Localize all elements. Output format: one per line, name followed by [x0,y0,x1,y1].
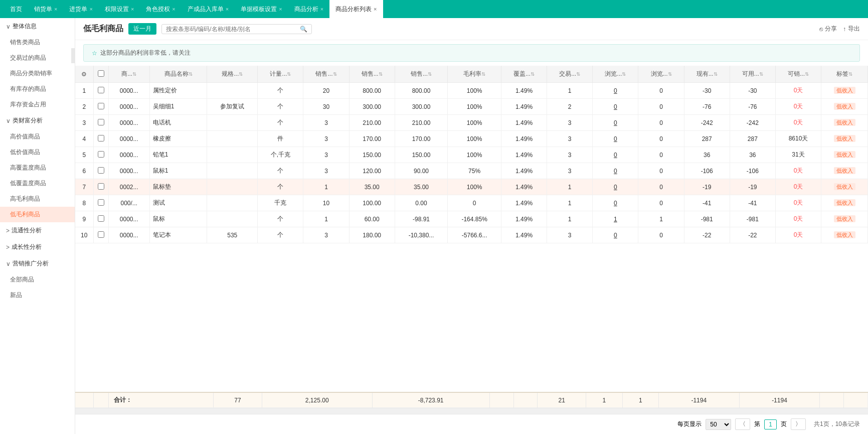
nav-item-goods-analysis[interactable]: 商品分析 × [288,0,329,18]
row-tag: 低收入 [821,131,868,147]
row-spec [207,83,258,99]
row-checkbox[interactable] [98,103,104,109]
nav-item-home[interactable]: 首页 [4,0,28,18]
close-icon[interactable]: × [54,6,57,12]
col-coverage[interactable]: 覆盖...⇅ [501,66,547,83]
row-checkbox[interactable] [98,215,104,222]
nav-item-role[interactable]: 角色授权 × [140,0,181,18]
sidebar-item-high-coverage[interactable]: 高覆盖度商品 [0,160,75,176]
sidebar-group-wealth[interactable]: ∨ 类财富分析 [0,112,75,129]
row-sales-price: 150.00 [349,147,395,163]
row-sales-price: 300.00 [349,99,395,115]
row-checkbox[interactable] [98,167,104,174]
row-sales-qty: 1 [303,211,349,227]
select-all-checkbox[interactable] [98,70,104,77]
col-browse2[interactable]: 浏览...⇅ [638,66,684,83]
table-row: 3 0000... 电话机 个 3 210.00 210.00 100% 1.4… [75,115,868,131]
horizontal-scrollbar[interactable] [75,408,868,414]
row-saleable: 8610天 [775,131,821,147]
footer-transaction: 21 [538,393,586,408]
sidebar-item-low-value[interactable]: 低价值商品 [0,144,75,160]
nav-item-template[interactable]: 单据模板设置 × [235,0,288,18]
row-unit: 千克 [258,195,303,211]
sidebar-item-sales-goods[interactable]: 销售类商品 [0,35,75,50]
row-available: -19 [730,179,775,195]
export-button[interactable]: ↑ 导出 [843,25,860,33]
sidebar-group-marketing[interactable]: ∨ 营销推广分析 [0,255,75,272]
nav-item-sales[interactable]: 销货单 × [28,0,63,18]
col-name[interactable]: 商品名称⇅ [149,66,207,83]
sidebar-item-traded-goods[interactable]: 交易过的商品 [0,50,75,66]
close-icon[interactable]: × [172,6,175,12]
col-unit[interactable]: 计量...⇅ [258,66,303,83]
close-icon[interactable]: × [131,6,134,12]
row-checkbox-cell[interactable] [93,83,108,99]
next-page-button[interactable]: 〉 [791,418,806,430]
col-sales-price[interactable]: 销售...⇅ [349,66,395,83]
row-checkbox-cell[interactable] [93,211,108,227]
row-checkbox[interactable] [98,151,104,158]
col-checkbox[interactable] [93,66,108,83]
search-icon[interactable]: 🔍 [300,26,307,33]
sidebar-item-low-margin[interactable]: 低毛利商品 [0,207,75,222]
row-checkbox-cell[interactable] [93,179,108,195]
col-current-stock[interactable]: 现有...⇅ [684,66,730,83]
search-input[interactable] [166,26,300,33]
col-sales-amount[interactable]: 销售...⇅ [395,66,448,83]
nav-item-product-inbound[interactable]: 产成品入库单 × [182,0,235,18]
row-checkbox[interactable] [98,119,104,125]
col-transaction[interactable]: 交易...⇅ [547,66,593,83]
close-icon[interactable]: × [374,6,377,12]
sidebar-collapse-btn[interactable]: 《 [71,48,75,63]
sidebar-item-high-margin[interactable]: 高毛利商品 [0,191,75,207]
row-checkbox[interactable] [98,87,104,93]
col-saleable[interactable]: 可销...⇅ [775,66,821,83]
sidebar-item-all-goods[interactable]: 全部商品 [0,272,75,287]
prev-page-button[interactable]: 〈 [735,418,750,430]
nav-item-purchase[interactable]: 进货单 × [63,0,98,18]
row-browse1: 0 [593,83,638,99]
share-button[interactable]: ⎋ 分享 [819,25,837,33]
table-header-row: ⚙ 商...⇅ 商品名称⇅ 规格...⇅ 计量...⇅ 销售...⇅ 销售...… [75,66,868,83]
row-checkbox[interactable] [98,183,104,190]
col-browse1[interactable]: 浏览...⇅ [593,66,638,83]
sidebar-item-high-value[interactable]: 高价值商品 [0,129,75,144]
nav-item-goods-analysis-list[interactable]: 商品分析列表 × [329,0,383,18]
row-checkbox-cell[interactable] [93,227,108,243]
sidebar-group-circulation[interactable]: > 流通性分析 [0,222,75,239]
row-unit: 个,千克 [258,147,303,163]
col-gross-margin[interactable]: 毛利率⇅ [448,66,501,83]
col-code[interactable]: 商...⇅ [108,66,149,83]
close-icon[interactable]: × [320,6,323,12]
sidebar-item-low-coverage[interactable]: 低覆盖度商品 [0,176,75,191]
row-checkbox[interactable] [98,199,104,206]
sidebar-item-stocked-goods[interactable]: 有库存的商品 [0,81,75,97]
filter-recent-month-button[interactable]: 近一月 [128,23,156,35]
sidebar-item-new-goods[interactable]: 新品 [0,287,75,303]
sidebar-item-inventory-capital[interactable]: 库存资金占用 [0,97,75,112]
col-spec[interactable]: 规格...⇅ [207,66,258,83]
row-checkbox-cell[interactable] [93,163,108,179]
close-icon[interactable]: × [89,6,92,12]
col-settings[interactable]: ⚙ [75,66,93,83]
col-sales-qty[interactable]: 销售...⇅ [303,66,349,83]
row-current-stock: -41 [684,195,730,211]
sidebar-group-growth[interactable]: > 成长性分析 [0,239,75,255]
col-available[interactable]: 可用...⇅ [730,66,775,83]
row-checkbox-cell[interactable] [93,99,108,115]
row-browse2: 0 [638,227,684,243]
page-size-select[interactable]: 50 20 100 [706,419,731,430]
row-checkbox-cell[interactable] [93,195,108,211]
sidebar-item-category-rate[interactable]: 商品分类助销率 [0,66,75,81]
sidebar-group-overall[interactable]: ∨ 整体信息 [0,18,75,35]
close-icon[interactable]: × [279,6,282,12]
row-checkbox[interactable] [98,135,104,141]
row-checkbox-cell[interactable] [93,115,108,131]
row-checkbox-cell[interactable] [93,131,108,147]
nav-item-permission[interactable]: 权限设置 × [99,0,140,18]
row-checkbox-cell[interactable] [93,147,108,163]
col-tag[interactable]: 标签⇅ [821,66,868,83]
row-available: 36 [730,147,775,163]
close-icon[interactable]: × [226,6,229,12]
row-checkbox[interactable] [98,231,104,238]
